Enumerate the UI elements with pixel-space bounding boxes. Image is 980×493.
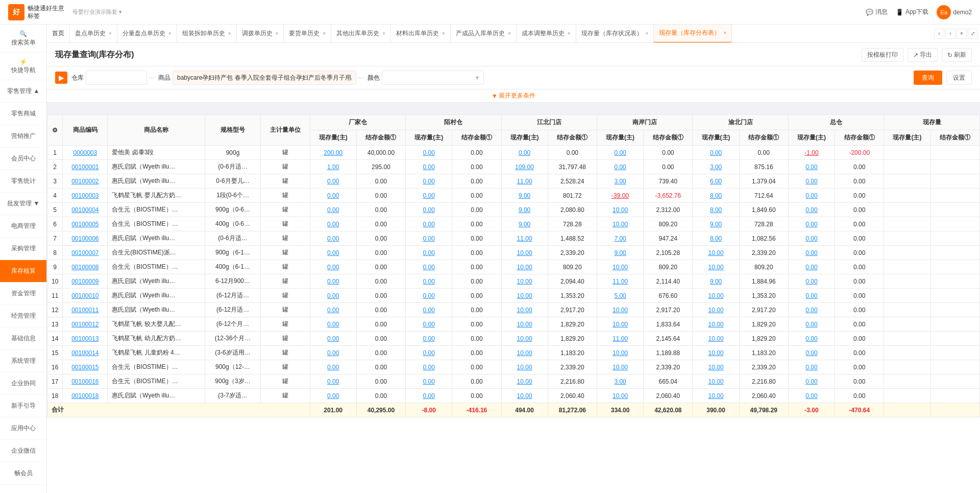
message-btn[interactable]: 💬 消息 xyxy=(866,8,888,16)
print-btn[interactable]: 按模板打印 xyxy=(862,48,903,62)
warehouse-ellipsis[interactable]: ··· xyxy=(149,74,154,81)
table-area[interactable]: ⚙ 商品编码 商品名称 规格型号 主计量单位 厂家仓 陌村仓 江北门店 南岸门店… xyxy=(47,114,980,493)
cell-mocun-qty: 0.00 xyxy=(406,317,452,332)
tab-close-4[interactable]: × xyxy=(276,31,279,36)
sidebar-item-shortcut[interactable]: ⚡ 快捷导航 xyxy=(0,53,46,81)
tab-nav-left[interactable]: ‹ xyxy=(934,29,944,39)
sidebar-item-member[interactable]: 会员中心 xyxy=(0,148,46,170)
filter-expand-btn[interactable]: ▶ xyxy=(55,72,67,84)
tab-close-9[interactable]: × xyxy=(568,31,571,36)
cell-total-amt: 0.00 xyxy=(835,174,884,189)
cell-jiangbei-amt: 2,917.20 xyxy=(548,303,597,317)
goods-ellipsis[interactable]: ··· xyxy=(358,74,363,81)
setting-btn[interactable]: 设置 xyxy=(946,71,972,85)
cell-no: 15 xyxy=(47,346,63,360)
sidebar-item-marketing[interactable]: 营销推广 xyxy=(0,125,46,148)
sidebar-item-member2[interactable]: 畅会员 xyxy=(0,462,46,485)
tab-close-11[interactable]: × xyxy=(723,30,726,36)
sidebar-item-appstore[interactable]: 应用中心 xyxy=(0,417,46,440)
refresh-btn[interactable]: ↻ 刷新 xyxy=(942,48,972,62)
goods-input[interactable] xyxy=(173,71,356,85)
tab-nav-right[interactable]: › xyxy=(945,29,955,39)
sidebar-item-corp[interactable]: 企业协同 xyxy=(0,372,46,395)
logo-text: 畅捷通好生意 标签 xyxy=(28,5,64,19)
table-row: 15 00100014 飞鹤星飞帆 儿童奶粉 4… (3-6岁适用… 罐 0.0… xyxy=(47,346,980,360)
tab-material-out[interactable]: 材料出库单历史 × xyxy=(391,25,451,43)
sidebar-item-search[interactable]: 🔍 搜索英单 xyxy=(0,25,46,53)
tab-close-all[interactable]: × xyxy=(957,29,967,39)
tab-assemble[interactable]: 组装拆卸单历史 × xyxy=(177,25,237,43)
export-btn[interactable]: ↗ 导出 xyxy=(908,48,938,62)
cell-nanan-qty: 0.00 xyxy=(597,160,643,174)
cell-curr-qty xyxy=(884,274,930,289)
tab-home[interactable]: 首页 xyxy=(47,25,70,43)
cell-jiangbei-amt: 2,339.20 xyxy=(548,360,597,374)
cell-mocun-qty: 0.00 xyxy=(406,217,452,231)
sidebar-item-wholesale[interactable]: 批发管理 ▼ xyxy=(0,193,46,215)
th-gear[interactable]: ⚙ xyxy=(47,115,63,146)
tab-close-8[interactable]: × xyxy=(508,31,511,36)
cell-factory-amt: 40,000.00 xyxy=(356,146,405,160)
tab-close-1[interactable]: × xyxy=(109,31,112,36)
warehouse-input[interactable] xyxy=(86,71,147,85)
summary-yubei-amt: 49,798.29 xyxy=(739,403,788,417)
cell-unit: 罐 xyxy=(261,289,310,303)
color-input[interactable] xyxy=(382,71,484,85)
cell-mocun-amt: 0.00 xyxy=(452,360,501,374)
expand-more-btn[interactable]: ▼ 展开更多条件 xyxy=(492,91,535,100)
color-filter: 颜色 ▾ xyxy=(368,71,479,85)
tab-close-7[interactable]: × xyxy=(442,31,445,36)
query-btn[interactable]: 查询 xyxy=(914,71,942,85)
sidebar-item-corpwx[interactable]: 企业微信 xyxy=(0,440,46,462)
cell-spec: (12-36个月… xyxy=(205,332,261,346)
tab-stock-dist[interactable]: 现存量（库存分布表） × xyxy=(654,25,732,43)
sidebar-item-system[interactable]: 系统管理 xyxy=(0,350,46,372)
tab-close-10[interactable]: × xyxy=(646,31,649,36)
tab-close-2[interactable]: × xyxy=(168,31,172,36)
cell-nanan-amt: 1,833.64 xyxy=(644,317,693,332)
tab-other-out[interactable]: 其他出库单历史 × xyxy=(331,25,391,43)
tab-cost-adjust[interactable]: 成本调整单历史 × xyxy=(517,25,576,43)
table-row: 1 0000003 爱他美 卤黍3段 900g 罐 200.00 40,000.… xyxy=(47,146,980,160)
cell-no: 11 xyxy=(47,289,63,303)
cell-total-amt: 0.00 xyxy=(835,303,884,317)
tab-maximize[interactable]: ⤢ xyxy=(968,29,978,39)
tab-inventory-count[interactable]: 盘点单历史 × xyxy=(70,25,117,43)
summary-mocun-amt: -416.16 xyxy=(452,403,501,417)
th-current: 现存量 xyxy=(884,115,980,130)
cell-curr-amt xyxy=(930,389,979,403)
sidebar-item-retail-store[interactable]: 零售商城 xyxy=(0,103,46,125)
cell-no: 4 xyxy=(47,189,63,203)
system-selector[interactable]: 母婴行业演示陈套 ▾ xyxy=(72,8,122,16)
cell-factory-amt: 0.00 xyxy=(356,346,405,360)
table-row: 17 00100016 合生元（BIOSTIME）… 900g（3岁… 罐 0.… xyxy=(47,374,980,389)
sidebar-item-inventory[interactable]: 库存核算 xyxy=(0,260,46,283)
sidebar-item-guide[interactable]: 新手引导 xyxy=(0,395,46,417)
color-dropdown-icon[interactable]: ▾ xyxy=(476,74,479,81)
cell-total-amt: 0.00 xyxy=(835,246,884,260)
sidebar-item-finance[interactable]: 资金管理 xyxy=(0,283,46,305)
tab-partial-count[interactable]: 分量盘点单历史 × xyxy=(117,25,177,43)
sidebar-item-purchase[interactable]: 采购管理 xyxy=(0,238,46,260)
sidebar-item-operations[interactable]: 经营管理 xyxy=(0,305,46,327)
cell-total-qty: -1.00 xyxy=(788,146,835,160)
sidebar-item-base[interactable]: 基础信息 xyxy=(0,327,46,350)
cell-spec: (6-12月适… xyxy=(205,303,261,317)
cell-curr-qty xyxy=(884,189,930,203)
tab-stock-status[interactable]: 现存量（库存状况表） × xyxy=(576,25,654,43)
avatar: Ea xyxy=(937,5,951,19)
tab-close-6[interactable]: × xyxy=(382,31,385,36)
sidebar-item-retail-mgmt[interactable]: 零售管理 ▲ xyxy=(0,80,46,103)
tab-close-3[interactable]: × xyxy=(228,31,231,36)
tab-transfer[interactable]: 调拨单历史 × xyxy=(237,25,284,43)
cell-mocun-qty: 0.00 xyxy=(406,389,452,403)
user-area[interactable]: Ea demo2 xyxy=(937,5,972,19)
tab-requisition[interactable]: 要货单历史 × xyxy=(284,25,331,43)
app-download-btn[interactable]: 📱 App下载 xyxy=(896,8,928,16)
tab-close-5[interactable]: × xyxy=(323,31,326,36)
cell-factory-qty: 0.00 xyxy=(310,332,356,346)
sidebar-item-retail-stat[interactable]: 零售统计 xyxy=(0,170,46,193)
gear-icon[interactable]: ⚙ xyxy=(52,127,58,134)
sidebar-item-ecommerce[interactable]: 电商管理 xyxy=(0,215,46,238)
tab-finished-in[interactable]: 产成品入库单历史 × xyxy=(451,25,517,43)
